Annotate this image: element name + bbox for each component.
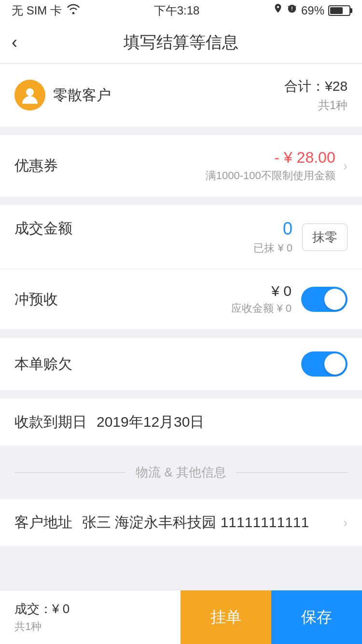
- transaction-section: 成交金额 0 已抹 ¥ 0 抹零 冲预收 ¥ 0 应收金额 ¥ 0: [0, 205, 362, 329]
- amount-right: 0 已抹 ¥ 0 抹零: [253, 219, 348, 255]
- coupon-row[interactable]: 优惠券 - ¥ 28.00 满1000-100不限制使用金额 ›: [0, 135, 362, 196]
- customer-info-right: 合计：¥28 共1种: [284, 77, 348, 113]
- customer-total: 合计：¥28: [284, 77, 348, 96]
- debt-toggle-thumb: [324, 353, 346, 375]
- precollect-sub-value: 应收金额 ¥ 0: [231, 301, 292, 316]
- battery-icon: [328, 5, 350, 16]
- chevron-right-icon: ›: [343, 158, 348, 174]
- amount-value-block: 0 已抹 ¥ 0: [253, 219, 292, 255]
- logistics-line-right: [236, 472, 348, 473]
- coupon-discount: - ¥ 28.00: [206, 149, 335, 167]
- bottom-bar: 成交：¥ 0 共1种 挂单 保存: [0, 590, 362, 644]
- due-date-value: 2019年12月30日: [97, 412, 204, 432]
- amount-value: 0: [253, 219, 292, 239]
- coupon-section[interactable]: 优惠券 - ¥ 28.00 满1000-100不限制使用金额 ›: [0, 135, 362, 196]
- bottom-value-text: ¥ 0: [52, 602, 70, 616]
- logistics-text: 物流 & 其他信息: [126, 464, 236, 481]
- precollect-toggle[interactable]: [301, 287, 348, 312]
- bottom-count: 共1种: [14, 619, 166, 634]
- bottom-transaction-label: 成交：¥ 0: [14, 601, 166, 617]
- coupon-desc: 满1000-100不限制使用金额: [206, 168, 335, 183]
- precollect-row: 冲预收 ¥ 0 应收金额 ¥ 0: [0, 269, 362, 329]
- precollect-right: ¥ 0 应收金额 ¥ 0: [231, 283, 348, 316]
- status-left: 无 SIM 卡: [12, 3, 80, 18]
- status-right: 69%: [273, 4, 350, 17]
- toggle-thumb: [324, 289, 346, 310]
- page-title: 填写结算等信息: [124, 31, 238, 54]
- save-label: 保存: [301, 607, 332, 628]
- status-time: 下午3:18: [154, 3, 200, 18]
- wifi-icon: [67, 4, 80, 17]
- debt-row: 本单赊欠: [0, 338, 362, 390]
- back-button[interactable]: ‹: [12, 32, 17, 53]
- save-button[interactable]: 保存: [271, 590, 362, 644]
- address-chevron-right-icon: ›: [343, 515, 348, 531]
- precollect-label: 冲预收: [14, 290, 58, 309]
- customer-count: 共1种: [284, 98, 348, 113]
- location-icon: [273, 4, 283, 17]
- amount-label: 成交金额: [14, 219, 72, 238]
- logistics-line-left: [14, 472, 126, 473]
- svg-point-0: [26, 88, 34, 96]
- content-area: 零散客户 合计：¥28 共1种 优惠券 - ¥ 28.00 满1000-100不…: [0, 64, 362, 604]
- customer-name: 零散客户: [53, 85, 111, 105]
- round-button[interactable]: 抹零: [302, 224, 348, 251]
- coupon-label: 优惠券: [14, 156, 58, 176]
- due-date-row[interactable]: 收款到期日 2019年12月30日: [0, 399, 362, 446]
- logistics-section: 物流 & 其他信息: [0, 454, 362, 490]
- address-value: 张三 海淀永丰科技园 11111111111: [82, 513, 343, 532]
- precollect-main-value: ¥ 0: [231, 283, 292, 299]
- nav-bar: ‹ 填写结算等信息: [0, 21, 362, 64]
- debt-toggle[interactable]: [301, 351, 348, 377]
- debt-label: 本单赊欠: [14, 354, 72, 374]
- avatar: [14, 80, 45, 111]
- hang-button[interactable]: 挂单: [181, 590, 271, 644]
- bottom-label-text: 成交：: [14, 602, 52, 616]
- alarm-icon: [287, 4, 297, 17]
- amount-row: 成交金额 0 已抹 ¥ 0 抹零: [0, 205, 362, 269]
- due-date-label: 收款到期日: [14, 412, 87, 432]
- address-row[interactable]: 客户地址 张三 海淀永丰科技园 11111111111 ›: [0, 499, 362, 546]
- amount-sub: 已抹 ¥ 0: [253, 241, 292, 255]
- battery-fill: [330, 7, 343, 14]
- bottom-info: 成交：¥ 0 共1种: [0, 601, 181, 634]
- address-label: 客户地址: [14, 513, 72, 532]
- battery-percent: 69%: [301, 4, 324, 17]
- customer-row: 零散客户 合计：¥28 共1种: [0, 64, 362, 126]
- hang-label: 挂单: [210, 607, 241, 628]
- customer-left: 零散客户: [14, 80, 111, 111]
- precollect-values: ¥ 0 应收金额 ¥ 0: [231, 283, 292, 316]
- coupon-value-block: - ¥ 28.00 满1000-100不限制使用金额: [206, 149, 335, 183]
- coupon-right: - ¥ 28.00 满1000-100不限制使用金额 ›: [206, 149, 348, 183]
- status-bar: 无 SIM 卡 下午3:18 69%: [0, 0, 362, 21]
- carrier-text: 无 SIM 卡: [12, 3, 62, 18]
